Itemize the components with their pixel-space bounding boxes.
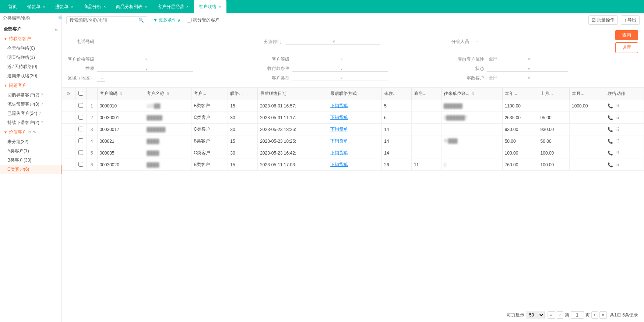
- sidebar-group-value[interactable]: ▼ 价值客户 ↻ ✎: [0, 127, 61, 137]
- row-last-contact-method[interactable]: 下销货单: [328, 147, 382, 159]
- contact-method-link[interactable]: 下销货单: [330, 162, 348, 167]
- row-last-contact-method[interactable]: 下销货单: [328, 100, 382, 112]
- row-checkbox[interactable]: [78, 150, 83, 155]
- last-page-btn[interactable]: »: [599, 311, 607, 319]
- filter-status-select[interactable]: ∨: [487, 66, 568, 72]
- row-checkbox-cell[interactable]: [75, 159, 86, 171]
- close-icon[interactable]: ×: [219, 4, 221, 9]
- row-checkbox-cell[interactable]: [75, 100, 86, 112]
- collapse-icon[interactable]: «: [55, 26, 58, 32]
- filter-price-level-select[interactable]: ∨: [97, 56, 193, 62]
- sidebar-item-churned[interactable]: 已流失客户(24) ?: [0, 109, 61, 118]
- nav-home[interactable]: 首页: [3, 0, 22, 13]
- row-checkbox-cell[interactable]: [75, 147, 86, 159]
- phone-action-icon[interactable]: 📞: [608, 151, 613, 156]
- close-icon[interactable]: ×: [145, 4, 147, 9]
- sidebar-item-overdue[interactable]: 逾期未联络(30): [0, 71, 61, 81]
- more-action-icon[interactable]: ⠿: [616, 103, 619, 109]
- filter-retail-customer-select[interactable]: 全部 ∨: [487, 74, 568, 82]
- sidebar-group-pending[interactable]: ▼ 待联络客户: [0, 34, 61, 44]
- first-page-btn[interactable]: «: [548, 311, 555, 319]
- more-action-icon[interactable]: ⠿: [616, 151, 619, 156]
- row-last-contact-method[interactable]: 下销货单: [328, 112, 382, 124]
- gear-settings-col[interactable]: ⚙: [62, 88, 75, 100]
- sidebar-item-declining[interactable]: 持续下滑客户(2) ?: [0, 118, 61, 127]
- more-action-icon[interactable]: ⠿: [616, 162, 619, 167]
- page-size-select[interactable]: 20 50 100: [526, 311, 545, 319]
- row-checkbox-cell[interactable]: [75, 124, 86, 135]
- my-customers-checkbox[interactable]: [187, 18, 191, 22]
- more-action-icon[interactable]: ⠿: [616, 139, 619, 144]
- row-checkbox[interactable]: [78, 115, 83, 120]
- search-icon[interactable]: 🔍: [138, 18, 144, 23]
- contact-method-link[interactable]: 下销货单: [330, 115, 348, 120]
- contact-method-link[interactable]: 下销货单: [330, 103, 348, 108]
- sidebar-item-repurchase-abnormal[interactable]: 回购异常客户(2) ?: [0, 91, 61, 100]
- sidebar-item-class-b[interactable]: B类客户(33): [0, 156, 61, 165]
- sidebar-item-tomorrow[interactable]: 明天待联络(1): [0, 53, 61, 62]
- sidebar-item-7days[interactable]: 近7天待联络(0): [0, 62, 61, 71]
- sidebar-item-churn-warning[interactable]: 流失预警客户(3) ?: [0, 100, 61, 109]
- th-account[interactable]: 往来单位账... ⇅: [441, 88, 502, 100]
- search-icon[interactable]: 🔍: [58, 15, 62, 21]
- filter-customer-level-select[interactable]: ∨: [292, 56, 388, 62]
- sidebar-search-input[interactable]: [3, 15, 58, 21]
- filter-phone-input[interactable]: [97, 38, 193, 45]
- export-btn[interactable]: ↑ 导出: [621, 15, 640, 25]
- filter-customer-type-select[interactable]: ∨: [292, 75, 388, 81]
- row-last-contact-method[interactable]: 下销货单: [328, 159, 382, 171]
- phone-action-icon[interactable]: 📞: [608, 115, 613, 120]
- row-checkbox-cell[interactable]: [75, 112, 86, 124]
- row-last-contact-method[interactable]: 下销货单: [328, 124, 382, 135]
- th-name[interactable]: 客户名称 ⇅: [144, 88, 191, 100]
- nav-purchase-order[interactable]: 进货单 ×: [50, 0, 78, 13]
- sidebar-item-today[interactable]: 今天待联络(0): [0, 44, 61, 53]
- close-icon[interactable]: ×: [43, 4, 45, 9]
- sidebar-item-ungrouped[interactable]: 未分组(32): [0, 137, 61, 146]
- more-action-icon[interactable]: ⠿: [616, 115, 619, 120]
- close-icon[interactable]: ×: [71, 4, 73, 9]
- sidebar-item-class-c[interactable]: C类客户(6): [0, 165, 61, 174]
- sidebar-item-class-a[interactable]: A类客户(1): [0, 146, 61, 156]
- nav-product-analysis-list[interactable]: 商品分析列表 ×: [111, 0, 152, 13]
- contact-method-link[interactable]: 下销货单: [330, 150, 348, 155]
- th-code[interactable]: 客户编码 ⇅: [97, 88, 144, 100]
- filter-nature-select[interactable]: ∨: [97, 66, 193, 72]
- row-checkbox[interactable]: [78, 103, 83, 108]
- row-checkbox[interactable]: [78, 138, 83, 143]
- edit-icon[interactable]: ✎: [33, 130, 36, 135]
- next-page-btn[interactable]: ›: [591, 311, 598, 319]
- select-all-checkbox[interactable]: [78, 91, 83, 96]
- page-number-input[interactable]: [571, 311, 584, 319]
- filter-retail-attr-select[interactable]: 全部 ∨: [487, 55, 568, 63]
- row-checkbox[interactable]: [78, 127, 83, 131]
- contact-method-link[interactable]: 下销货单: [330, 127, 348, 132]
- phone-action-icon[interactable]: 📞: [608, 139, 613, 144]
- prev-page-btn[interactable]: ‹: [557, 311, 563, 319]
- search-input[interactable]: [70, 18, 138, 23]
- nav-customer-layering[interactable]: 客户分层经营 ×: [152, 0, 194, 13]
- refresh-icon[interactable]: ↻: [28, 130, 31, 135]
- sidebar-group-problem[interactable]: ▼ 问题客户: [0, 81, 61, 91]
- filter-dept-select[interactable]: ∨: [285, 39, 380, 45]
- filter-payment-select[interactable]: ∨: [292, 66, 388, 72]
- setting-btn[interactable]: 设置: [615, 42, 638, 53]
- phone-action-icon[interactable]: 📞: [608, 162, 613, 167]
- region-ellipsis-btn[interactable]: ···: [97, 75, 105, 82]
- select-all-col[interactable]: [75, 88, 86, 100]
- row-checkbox-cell[interactable]: [75, 135, 86, 147]
- row-last-contact-method[interactable]: 下销货单: [328, 135, 382, 147]
- filter-more-btn[interactable]: ▼ 更多条件 ∧: [150, 16, 184, 24]
- nav-customer-contact[interactable]: 客户联络 ×: [194, 0, 226, 13]
- query-btn[interactable]: 查询: [615, 30, 638, 40]
- more-action-icon[interactable]: ⠿: [616, 127, 619, 132]
- nav-sales-order[interactable]: 销货单 ×: [22, 0, 50, 13]
- nav-product-analysis[interactable]: 商品分析 ×: [78, 0, 111, 13]
- phone-action-icon[interactable]: 📞: [608, 103, 613, 109]
- row-checkbox[interactable]: [78, 162, 83, 167]
- close-icon[interactable]: ×: [103, 4, 106, 9]
- batch-operations-btn[interactable]: ☑ 批量操作: [588, 15, 618, 25]
- phone-action-icon[interactable]: 📞: [608, 127, 613, 132]
- close-icon[interactable]: ×: [186, 4, 189, 9]
- ellipsis-btn[interactable]: ···: [472, 38, 480, 45]
